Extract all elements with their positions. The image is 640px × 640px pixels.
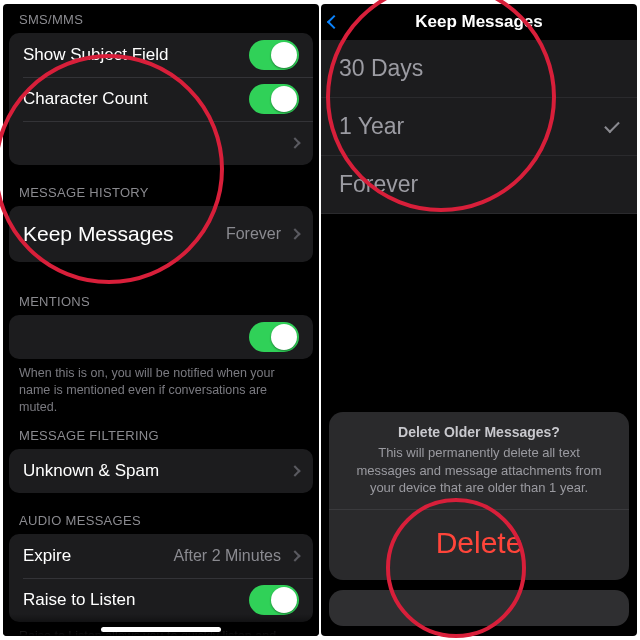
row-character-count[interactable]: Character Count bbox=[9, 77, 313, 121]
section-header-message-history: MESSAGE HISTORY bbox=[3, 177, 319, 206]
keep-messages-options: 30 Days 1 Year Forever bbox=[321, 40, 637, 214]
option-label: 30 Days bbox=[339, 55, 423, 82]
label: Raise to Listen bbox=[23, 590, 249, 610]
chevron-right-icon bbox=[289, 550, 300, 561]
section-header-mentions: MENTIONS bbox=[3, 286, 319, 315]
keep-messages-screen: Keep Messages 30 Days 1 Year Forever Del… bbox=[321, 4, 637, 636]
row-keep-messages[interactable]: Keep Messages Forever bbox=[9, 206, 313, 262]
delete-button[interactable]: Delete bbox=[329, 510, 629, 580]
section-header-sms: SMS/MMS bbox=[3, 4, 319, 33]
section-header-message-filtering: MESSAGE FILTERING bbox=[3, 424, 319, 449]
row-mentions[interactable] bbox=[9, 315, 313, 359]
checkmark-icon bbox=[604, 117, 620, 133]
toggle-character-count[interactable] bbox=[249, 84, 299, 114]
option-label: Forever bbox=[339, 171, 418, 198]
label: Unknown & Spam bbox=[23, 461, 285, 481]
back-button[interactable] bbox=[329, 4, 339, 40]
label: Keep Messages bbox=[23, 222, 226, 246]
group-mentions bbox=[9, 315, 313, 359]
home-indicator[interactable] bbox=[101, 627, 221, 632]
toggle-show-subject-field[interactable] bbox=[249, 40, 299, 70]
chevron-right-icon bbox=[289, 228, 300, 239]
option-forever[interactable]: Forever bbox=[321, 156, 637, 214]
label: Expire bbox=[23, 546, 173, 566]
action-sheet-body: This will permanently delete all text me… bbox=[347, 444, 611, 497]
action-sheet: Delete Older Messages? This will permane… bbox=[329, 412, 629, 626]
value: Forever bbox=[226, 225, 281, 243]
section-header-audio-messages: AUDIO MESSAGES bbox=[3, 505, 319, 534]
option-label: 1 Year bbox=[339, 113, 404, 140]
row-blocked[interactable] bbox=[9, 121, 313, 165]
group-message-history: Keep Messages Forever bbox=[9, 206, 313, 262]
label: Character Count bbox=[23, 89, 249, 109]
toggle-mentions[interactable] bbox=[249, 322, 299, 352]
chevron-left-icon bbox=[327, 15, 341, 29]
group-message-filtering: Unknown & Spam bbox=[9, 449, 313, 493]
group-sms: Show Subject Field Character Count bbox=[9, 33, 313, 165]
toggle-raise-to-listen[interactable] bbox=[249, 585, 299, 615]
row-unknown-spam[interactable]: Unknown & Spam bbox=[9, 449, 313, 493]
row-expire[interactable]: Expire After 2 Minutes bbox=[9, 534, 313, 578]
footer-mentions: When this is on, you will be notified wh… bbox=[3, 359, 319, 424]
action-sheet-card: Delete Older Messages? This will permane… bbox=[329, 412, 629, 580]
action-sheet-title: Delete Older Messages? bbox=[347, 424, 611, 440]
nav-bar: Keep Messages bbox=[321, 4, 637, 40]
nav-title: Keep Messages bbox=[415, 12, 543, 32]
option-30-days[interactable]: 30 Days bbox=[321, 40, 637, 98]
messages-settings-screen: SMS/MMS Show Subject Field Character Cou… bbox=[3, 4, 319, 636]
value: After 2 Minutes bbox=[173, 547, 281, 565]
option-1-year[interactable]: 1 Year bbox=[321, 98, 637, 156]
action-sheet-header: Delete Older Messages? This will permane… bbox=[329, 412, 629, 510]
row-raise-to-listen[interactable]: Raise to Listen bbox=[9, 578, 313, 622]
chevron-right-icon bbox=[289, 137, 300, 148]
label: Show Subject Field bbox=[23, 45, 249, 65]
group-audio-messages: Expire After 2 Minutes Raise to Listen bbox=[9, 534, 313, 622]
chevron-right-icon bbox=[289, 465, 300, 476]
cancel-button[interactable] bbox=[329, 590, 629, 626]
row-show-subject-field[interactable]: Show Subject Field bbox=[9, 33, 313, 77]
